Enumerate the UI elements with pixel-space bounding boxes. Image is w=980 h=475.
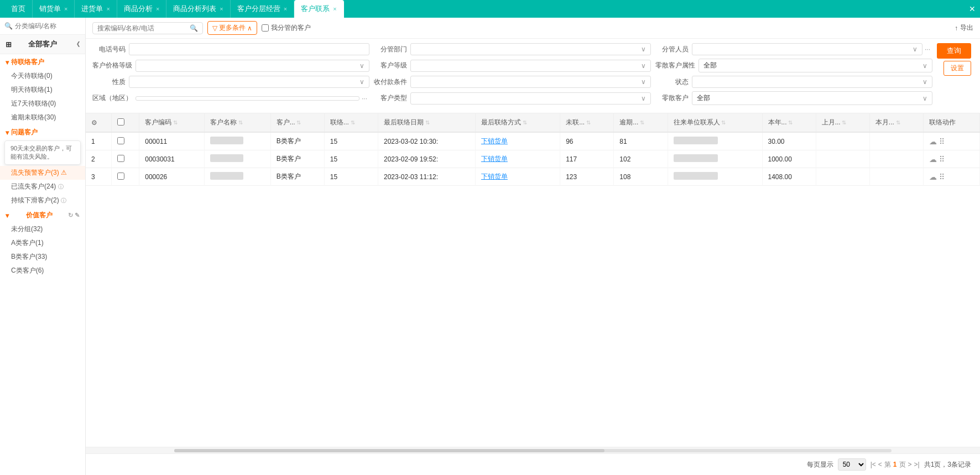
- cell-checkbox[interactable]: [112, 150, 139, 168]
- query-button[interactable]: 查询: [937, 43, 971, 59]
- close-icon[interactable]: ×: [333, 6, 336, 12]
- tab-home[interactable]: 首页: [4, 0, 33, 18]
- cell-action: ☁ ⠿: [924, 132, 980, 150]
- my-customers-checkbox[interactable]: [262, 24, 269, 32]
- query-settings-col: 查询 设置: [937, 43, 973, 76]
- chevron-down-icon: ∨: [922, 95, 927, 102]
- tab-customer-tier[interactable]: 客户分层经营 ×: [231, 0, 294, 18]
- scrollbar-thumb[interactable]: [174, 449, 604, 452]
- tab-product-analysis-list[interactable]: 商品分析列表 ×: [166, 0, 230, 18]
- tab-product-analysis[interactable]: 商品分析 ×: [117, 0, 166, 18]
- filter-person-select[interactable]: ∨: [692, 43, 922, 55]
- sidebar-item-class-b[interactable]: B类客户(33): [0, 250, 85, 264]
- last-page-button[interactable]: >|: [914, 461, 920, 468]
- filter-scattered-attr-select[interactable]: 全部 ∨: [698, 59, 932, 72]
- col-not-contact[interactable]: 未联...: [560, 113, 614, 132]
- cell-contact-person: [668, 132, 762, 150]
- method-link[interactable]: 下销货单: [481, 137, 508, 145]
- my-customers-checkbox-label[interactable]: 我分管的客户: [262, 23, 311, 33]
- sidebar-section-value: 价值客户 ↻ ✎: [0, 207, 85, 222]
- col-overdue[interactable]: 逾期...: [614, 113, 668, 132]
- sidebar-item-class-c[interactable]: C类客户(6): [0, 264, 85, 278]
- refresh-icon[interactable]: ↻ ✎: [68, 212, 80, 219]
- tab-purchase-order[interactable]: 进货单 ×: [75, 0, 117, 18]
- cell-checkbox[interactable]: [112, 168, 139, 186]
- more-action-icon[interactable]: ⠿: [939, 173, 945, 181]
- cell-this-month: [869, 132, 923, 150]
- more-filter-button[interactable]: ▽ 更多条件 ∧: [207, 21, 257, 35]
- col-type[interactable]: 客户...: [270, 113, 324, 132]
- sidebar-item-ungroup[interactable]: 未分组(32): [0, 222, 85, 236]
- page-size-label: 每页显示: [807, 460, 833, 469]
- window-close-button[interactable]: ✕: [969, 4, 976, 13]
- chevron-down-icon: ∨: [641, 62, 646, 70]
- sidebar-item-tomorrow-contact[interactable]: 明天待联络(1): [0, 83, 85, 97]
- cell-checkbox[interactable]: [112, 132, 139, 150]
- more-options-dots[interactable]: ···: [922, 45, 932, 53]
- close-icon[interactable]: ×: [156, 6, 159, 12]
- tab-sales-order[interactable]: 销货单 ×: [33, 0, 75, 18]
- scrollbar-track[interactable]: [174, 449, 892, 452]
- col-checkbox[interactable]: [112, 113, 139, 132]
- more-action-icon[interactable]: ⠿: [939, 155, 945, 164]
- col-contact-count[interactable]: 联络...: [324, 113, 378, 132]
- collapse-icon[interactable]: 《: [74, 40, 80, 49]
- all-customers-header[interactable]: ⊞ 全部客户 《: [0, 35, 85, 54]
- filter-status-select[interactable]: ∨: [692, 76, 932, 88]
- col-last-contact-date[interactable]: 最后联络日期: [378, 113, 476, 132]
- cell-contact-count: 15: [324, 132, 378, 150]
- region-dots[interactable]: ···: [359, 95, 369, 102]
- filter-region-select[interactable]: [135, 96, 359, 101]
- filter-scattered-select[interactable]: 全部 ∨: [692, 91, 932, 105]
- col-name[interactable]: 客户名称: [205, 113, 271, 132]
- filter-nature-select[interactable]: ∨: [129, 76, 369, 88]
- col-this-year[interactable]: 本年...: [762, 113, 816, 132]
- close-icon[interactable]: ×: [284, 6, 287, 12]
- sidebar-item-churned[interactable]: 已流失客户(24) ⓘ: [0, 180, 85, 194]
- filter-dept-select[interactable]: ∨: [410, 43, 651, 55]
- method-link[interactable]: 下销货单: [481, 155, 508, 163]
- filter-payment-select[interactable]: ∨: [410, 76, 651, 88]
- sidebar-item-class-a[interactable]: A类客户(1): [0, 236, 85, 250]
- sidebar-item-today-contact[interactable]: 今天待联络(0): [0, 69, 85, 83]
- filter-phone-input[interactable]: [129, 43, 369, 55]
- search-input[interactable]: [97, 24, 190, 32]
- chevron-down-icon: ∨: [913, 45, 918, 53]
- contact-icon[interactable]: ☁: [929, 173, 937, 181]
- sidebar-item-7day-contact[interactable]: 近7天待联络(0): [0, 97, 85, 111]
- contact-icon[interactable]: ☁: [929, 155, 937, 164]
- next-page-button[interactable]: >: [908, 461, 912, 468]
- export-icon: ↑: [955, 24, 958, 32]
- export-button[interactable]: ↑ 导出: [955, 23, 973, 33]
- gear-icon[interactable]: ⚙: [91, 119, 97, 127]
- filter-customer-type-select[interactable]: ∨: [410, 92, 651, 105]
- filter-grade-select[interactable]: ∨: [410, 60, 651, 72]
- filter-price-grade-select[interactable]: ∨: [135, 60, 369, 72]
- search-button[interactable]: 🔍: [190, 24, 198, 32]
- col-gear[interactable]: ⚙: [86, 113, 112, 132]
- method-link[interactable]: 下销货单: [481, 173, 508, 180]
- tab-customer-contact[interactable]: 客户联系 ×: [294, 0, 343, 18]
- col-contact-person[interactable]: 往来单位联系人: [668, 113, 762, 132]
- sidebar-item-overdue-contact[interactable]: 逾期未联络(30): [0, 111, 85, 124]
- contact-icon[interactable]: ☁: [929, 137, 937, 146]
- close-icon[interactable]: ×: [64, 6, 67, 12]
- horizontal-scrollbar[interactable]: [86, 447, 980, 453]
- col-code[interactable]: 客户编码: [139, 113, 205, 132]
- first-page-button[interactable]: |<: [870, 461, 876, 468]
- cell-code: 000026: [139, 168, 205, 186]
- more-action-icon[interactable]: ⠿: [939, 137, 945, 146]
- info-icon: ⓘ: [58, 184, 64, 190]
- close-icon[interactable]: ×: [220, 6, 223, 12]
- prev-page-button[interactable]: <: [878, 461, 882, 468]
- col-this-month[interactable]: 本月...: [869, 113, 923, 132]
- col-last-contact-method[interactable]: 最后联络方式: [475, 113, 560, 132]
- sidebar-search-input[interactable]: [15, 22, 81, 30]
- page-size-select[interactable]: 50 100 200: [838, 458, 866, 471]
- sidebar-item-declining[interactable]: 持续下滑客户(2) ⓘ: [0, 194, 85, 207]
- settings-button[interactable]: 设置: [943, 61, 971, 76]
- select-all-checkbox[interactable]: [117, 118, 124, 126]
- col-last-month[interactable]: 上月...: [816, 113, 869, 132]
- sidebar-item-churn-warning[interactable]: 流失预警客户(3) ⚠: [0, 166, 85, 180]
- close-icon[interactable]: ×: [106, 6, 110, 12]
